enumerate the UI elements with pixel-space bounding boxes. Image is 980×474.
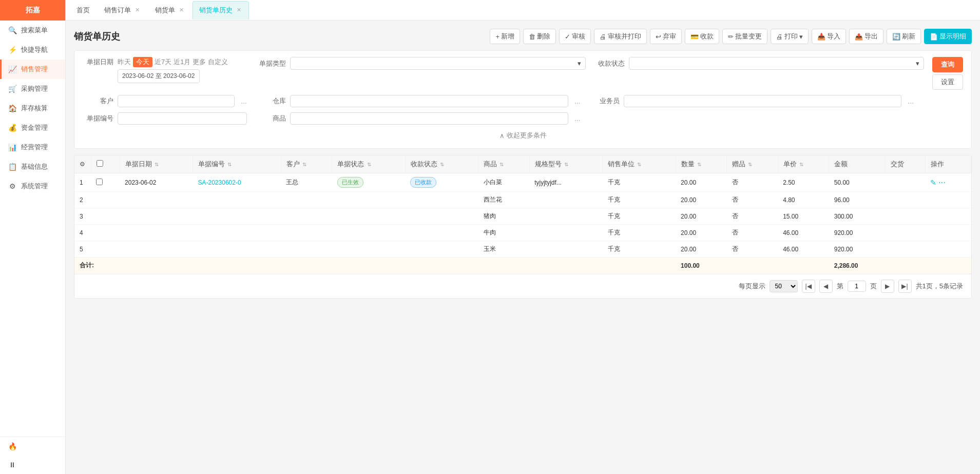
customer-dots[interactable]: ... <box>241 97 247 105</box>
th-price[interactable]: 单价 ⇅ <box>778 155 829 173</box>
delete-button[interactable]: 🗑 删除 <box>523 29 556 44</box>
row-order-no[interactable] <box>193 192 281 208</box>
shortcut-yesterday[interactable]: 昨天 <box>118 57 131 67</box>
import-button[interactable]: 📥 导入 <box>812 29 846 44</box>
sidebar-bottom-pause[interactable]: ⏸ <box>0 456 65 474</box>
customer-input[interactable] <box>118 95 235 107</box>
more-action[interactable]: ⋯ <box>938 179 946 187</box>
th-status-label: 单据状态 <box>337 160 364 168</box>
th-payment-status[interactable]: 收款状态 ⇅ <box>405 155 478 173</box>
sidebar-item-operations[interactable]: 📊 经营管理 <box>0 137 65 157</box>
query-button[interactable]: 查询 <box>932 57 963 72</box>
row-checkbox[interactable] <box>91 192 120 208</box>
audit-print-button[interactable]: 🖨 审核并打印 <box>594 29 647 44</box>
th-spec[interactable]: 规格型号 ⇅ <box>529 155 602 173</box>
th-date[interactable]: 单据日期 ⇅ <box>120 155 193 173</box>
goods-dots[interactable]: ... <box>574 114 581 123</box>
row-checkbox[interactable] <box>91 241 120 258</box>
sidebar-item-system[interactable]: ⚙ 系统管理 <box>0 176 65 196</box>
abandon-button-label: 弃审 <box>663 32 676 41</box>
edit-action[interactable]: ✎ <box>930 179 936 187</box>
prev-page-button[interactable]: ◀ <box>819 280 833 293</box>
tab-sales-goods-close[interactable]: ✕ <box>178 7 185 13</box>
th-customer-label: 客户 <box>286 160 300 168</box>
th-goods[interactable]: 商品 ⇅ <box>478 155 530 173</box>
goods-input[interactable] <box>290 112 568 125</box>
row-order-no[interactable] <box>193 225 281 241</box>
row-unit: 千克 <box>603 192 676 208</box>
row-action: ✎⋯ <box>925 173 971 192</box>
sidebar-item-finance[interactable]: 💰 资金管理 <box>0 118 65 137</box>
last-page-button[interactable]: ▶| <box>898 280 912 293</box>
new-button[interactable]: + 新增 <box>490 29 520 44</box>
tab-sales-order-close[interactable]: ✕ <box>134 7 141 13</box>
row-order-no[interactable] <box>193 241 281 258</box>
warehouse-input[interactable] <box>290 95 568 107</box>
collapse-button[interactable]: ∧ 收起更多条件 <box>83 129 963 142</box>
tab-home[interactable]: 首页 <box>70 1 97 19</box>
first-page-button[interactable]: |◀ <box>802 280 815 293</box>
per-page-select[interactable]: 50 10 20 100 <box>770 280 798 292</box>
staff-dots[interactable]: ... <box>908 97 914 105</box>
row-payment-status <box>405 192 478 208</box>
row-order-no[interactable]: SA-20230602-0 <box>193 173 281 192</box>
tab-sales-history[interactable]: 销货单历史 ✕ <box>193 1 249 19</box>
type-select[interactable]: ▾ <box>290 57 586 70</box>
setting-button[interactable]: 设置 <box>932 74 963 90</box>
sidebar-item-search-menu[interactable]: 🔍 搜索菜单 <box>0 21 65 40</box>
th-customer[interactable]: 客户 ⇅ <box>281 155 332 173</box>
order-no-input[interactable] <box>118 112 247 125</box>
sidebar-item-inventory[interactable]: 🏠 库存核算 <box>0 98 65 118</box>
sidebar-item-quick-nav[interactable]: ⚡ 快捷导航 <box>0 40 65 60</box>
row-payment-status <box>405 225 478 241</box>
sidebar-bottom-fire[interactable]: 🔥 <box>0 437 65 456</box>
row-date <box>120 225 193 241</box>
shortcut-7days[interactable]: 近7天 <box>155 57 171 67</box>
row-checkbox[interactable] <box>91 173 120 192</box>
sidebar-item-sales-mgmt[interactable]: 📈 销售管理 <box>0 60 65 79</box>
select-all-checkbox[interactable] <box>97 160 103 167</box>
tab-sales-history-close[interactable]: ✕ <box>236 7 242 13</box>
shortcut-custom[interactable]: 自定义 <box>208 57 228 67</box>
row-payment-status <box>405 208 478 225</box>
collect-button[interactable]: 💳 收款 <box>685 29 719 44</box>
abandon-button[interactable]: ↩ 弃审 <box>650 29 682 44</box>
tab-sales-order[interactable]: 销售订单 ✕ <box>98 1 147 19</box>
th-checkbox[interactable] <box>91 155 120 173</box>
row-checkbox[interactable] <box>91 225 120 241</box>
th-gear[interactable]: ⚙ <box>74 155 91 173</box>
shortcut-today[interactable]: 今天 <box>133 57 152 67</box>
sort-status-icon: ⇅ <box>367 162 371 167</box>
payment-select[interactable]: ▾ <box>629 57 925 70</box>
row-checkbox[interactable] <box>91 208 120 225</box>
next-page-button[interactable]: ▶ <box>881 280 894 293</box>
warehouse-dots[interactable]: ... <box>574 97 581 105</box>
operations-icon: 📊 <box>8 143 17 151</box>
show-detail-button[interactable]: 📄 显示明细 <box>924 29 972 44</box>
date-range-input[interactable]: 2023-06-02 至 2023-06-02 <box>118 69 200 83</box>
export-button[interactable]: 📤 导出 <box>849 29 883 44</box>
toolbar: + 新增 🗑 删除 ✓ 审核 🖨 审核并打印 ↩ 弃审 <box>490 29 972 44</box>
sidebar-item-purchase-mgmt[interactable]: 🛒 采购管理 <box>0 79 65 98</box>
row-order-no[interactable] <box>193 208 281 225</box>
th-order-no[interactable]: 单据编号 ⇅ <box>193 155 281 173</box>
print-button[interactable]: 🖨 打印 ▾ <box>771 29 809 44</box>
refresh-button[interactable]: 🔄 刷新 <box>887 29 921 44</box>
page-input[interactable] <box>848 281 866 292</box>
payment-label: 收款状态 <box>594 59 625 68</box>
th-status[interactable]: 单据状态 ⇅ <box>332 155 405 173</box>
search-menu-icon: 🔍 <box>8 26 17 34</box>
page-title: 销货单历史 <box>74 30 120 43</box>
abandon-icon: ↩ <box>656 33 661 41</box>
staff-input[interactable] <box>624 95 902 107</box>
shortcut-more[interactable]: 更多 <box>193 57 206 67</box>
th-gift[interactable]: 赠品 ⇅ <box>727 155 778 173</box>
shortcut-1month[interactable]: 近1月 <box>174 57 190 67</box>
table-header-row: ⚙ 单据日期 ⇅ 单据编号 ⇅ 客户 ⇅ <box>74 155 971 173</box>
tab-sales-goods[interactable]: 销货单 ✕ <box>148 1 191 19</box>
th-unit[interactable]: 销售单位 ⇅ <box>603 155 676 173</box>
batch-change-button[interactable]: ✏ 批量变更 <box>722 29 767 44</box>
audit-button[interactable]: ✓ 审核 <box>559 29 591 44</box>
sidebar-item-basic-info[interactable]: 📋 基础信息 <box>0 157 65 176</box>
th-qty[interactable]: 数量 ⇅ <box>676 155 727 173</box>
